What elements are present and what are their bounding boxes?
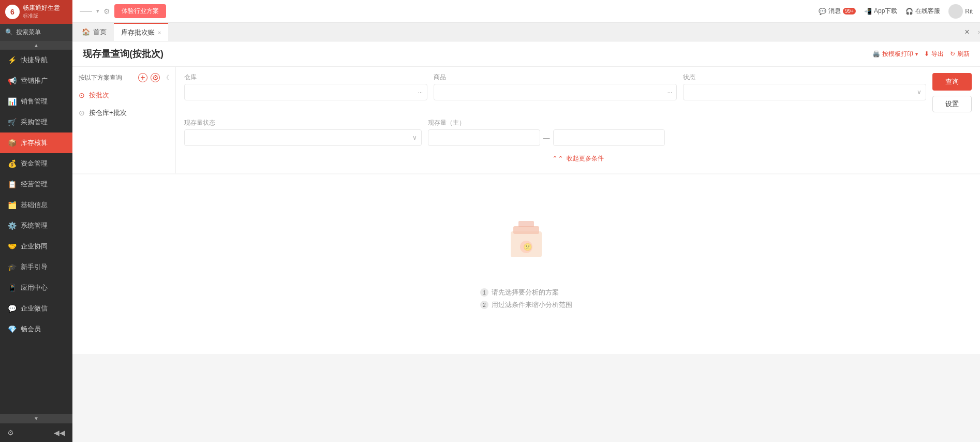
tab-inventory-batch[interactable]: 库存批次账 ×: [114, 23, 168, 41]
newbie-icon: 🎓: [7, 263, 17, 271]
settings-button[interactable]: 设置: [932, 96, 972, 112]
scheme-settings-icon[interactable]: ⚙: [151, 73, 160, 82]
print-icon: 🖨️: [872, 50, 880, 57]
sidebar-item-quick-nav[interactable]: ⚡ 快捷导航: [0, 50, 72, 70]
sidebar-item-newbie[interactable]: 🎓 新手引导: [0, 257, 72, 277]
sidebar-item-wechat[interactable]: 💬 企业微信: [0, 298, 72, 319]
sidebar-item-basics[interactable]: 🗂️ 基础信息: [0, 195, 72, 215]
sidebar-item-purchase[interactable]: 🛒 采购管理: [0, 112, 72, 132]
tab-scroll-right-icon[interactable]: ›: [978, 28, 980, 36]
refresh-btn[interactable]: ↻ 刷新: [950, 50, 970, 58]
sidebar-item-enterprise[interactable]: 🤝 企业协同: [0, 236, 72, 257]
stock-status-field: 现存量状态 ∨: [184, 119, 422, 146]
tip-1-num: 1: [480, 288, 488, 297]
inventory-icon: 📦: [7, 139, 17, 147]
warehouse-more-icon[interactable]: ···: [418, 89, 423, 95]
topbar-right: 💬 消息 99+ 📲 App下载 🎧 在线客服 Rit: [819, 4, 973, 19]
filter-option-by-batch[interactable]: ⊙ 按批次: [72, 86, 175, 104]
sidebar-item-label: 基础信息: [21, 200, 48, 210]
filter-sidebar: 按以下方案查询 + ⚙ 《 ⊙ 按批次 ⊙ 按仓库+批次: [72, 67, 176, 173]
messages-badge: 99+: [843, 8, 856, 14]
sidebar-item-label: 畅会员: [21, 325, 41, 334]
try-industry-btn[interactable]: 体验行业方案: [114, 4, 166, 18]
topbar-gear-icon[interactable]: ⚙: [103, 7, 110, 16]
filter-collapse-icon[interactable]: 《: [163, 73, 169, 82]
sidebar-item-label: 资金管理: [21, 159, 48, 168]
app-download-label: App下载: [874, 7, 897, 16]
sidebar-item-label: 采购管理: [21, 117, 48, 127]
filter-sidebar-title-text: 按以下方案查询: [79, 73, 122, 82]
topbar-dropdown-icon[interactable]: ▾: [96, 8, 99, 14]
user-profile[interactable]: Rit: [948, 4, 973, 19]
collapse-up-icon: ⌃⌃: [552, 155, 563, 163]
empty-tip-2: 2 用过滤条件来缩小分析范围: [480, 300, 572, 310]
status-select[interactable]: ∨: [683, 84, 926, 100]
app-logo: 6: [5, 5, 20, 19]
filter-action-btns: 查询 设置: [932, 73, 972, 112]
filter-option-by-warehouse-batch[interactable]: ⊙ 按仓库+批次: [72, 104, 175, 122]
messages-action[interactable]: 💬 消息 99+: [819, 7, 856, 16]
empty-tips-list: 1 请先选择要分析的方案 2 用过滤条件来缩小分析范围: [480, 288, 572, 313]
empty-tip-1: 1 请先选择要分析的方案: [480, 288, 572, 297]
topbar-breadcrumb: ——: [80, 8, 92, 15]
scroll-up-arrow[interactable]: ▲: [0, 41, 72, 50]
vip-icon: 💎: [7, 325, 17, 333]
product-input[interactable]: ···: [434, 84, 677, 100]
svg-rect-1: [513, 226, 539, 234]
quick-nav-icon: ⚡: [7, 56, 17, 64]
export-btn[interactable]: ⬇ 导出: [924, 50, 944, 58]
sidebar-item-finance[interactable]: 💰 资金管理: [0, 153, 72, 174]
tip-2-num: 2: [480, 301, 488, 309]
sidebar-search[interactable]: 🔍 搜索菜单: [0, 24, 72, 41]
sidebar-item-vip[interactable]: 💎 畅会员: [0, 319, 72, 340]
sidebar-header[interactable]: 6 畅康通好生意 标准版: [0, 0, 72, 24]
export-icon: ⬇: [924, 50, 929, 57]
sidebar-item-label: 库存核算: [21, 138, 48, 148]
filter-panel: 按以下方案查询 + ⚙ 《 ⊙ 按批次 ⊙ 按仓库+批次: [72, 67, 980, 173]
refresh-label: 刷新: [957, 50, 970, 58]
stock-status-select[interactable]: ∨: [184, 129, 422, 146]
warehouse-input[interactable]: ···: [184, 84, 427, 100]
tabbar: 🏠 首页 库存批次账 × × ›: [72, 23, 980, 41]
page-title: 现存量查询(按批次): [83, 48, 164, 60]
warehouse-field: 仓库 ···: [184, 73, 427, 100]
messages-label: 消息: [828, 7, 841, 16]
stock-status-label: 现存量状态: [184, 119, 422, 127]
tab-close-icon[interactable]: ×: [158, 30, 161, 36]
empty-state-icon: 😕: [500, 216, 552, 277]
stock-qty-min-input[interactable]: [428, 129, 540, 146]
download-icon: 📲: [864, 8, 872, 15]
sidebar: 6 畅康通好生意 标准版 🔍 搜索菜单 ▲ ⚡ 快捷导航 📢 营销推广 📊 销售…: [0, 0, 72, 442]
sidebar-item-sales[interactable]: 📊 销售管理: [0, 91, 72, 112]
batch-option-icon: ⊙: [79, 91, 85, 99]
sidebar-item-marketing[interactable]: 📢 营销推广: [0, 70, 72, 91]
print-dropdown-icon: ▾: [915, 51, 918, 57]
svg-rect-2: [518, 221, 534, 227]
stock-qty-max-input[interactable]: [553, 129, 665, 146]
print-btn[interactable]: 🖨️ 按模板打印 ▾: [872, 50, 918, 58]
sidebar-item-apps[interactable]: 📱 应用中心: [0, 277, 72, 298]
sidebar-item-inventory[interactable]: 📦 库存核算: [0, 132, 72, 153]
main-close-icon[interactable]: ×: [958, 27, 975, 37]
sidebar-item-label: 系统管理: [21, 221, 48, 230]
sidebar-item-system[interactable]: ⚙️ 系统管理: [0, 215, 72, 236]
product-more-icon[interactable]: ···: [667, 89, 672, 95]
user-avatar: [948, 4, 963, 19]
sidebar-item-label: 营销推广: [21, 76, 48, 85]
sidebar-item-label: 企业协同: [21, 242, 48, 251]
settings-footer-icon[interactable]: ⚙: [7, 429, 14, 437]
tab-home[interactable]: 🏠 首页: [75, 23, 114, 41]
online-service-action[interactable]: 🎧 在线客服: [905, 7, 940, 16]
collapse-more-btn[interactable]: 收起更多条件: [567, 154, 604, 163]
sidebar-item-operations[interactable]: 📋 经营管理: [0, 174, 72, 195]
filter-sidebar-title: 按以下方案查询 + ⚙ 《: [72, 73, 175, 86]
collapse-sidebar-icon[interactable]: ◀◀: [54, 429, 65, 437]
apps-icon: 📱: [7, 284, 17, 292]
scroll-down-arrow[interactable]: ▼: [0, 414, 72, 423]
empty-svg: 😕: [500, 216, 552, 268]
app-download-action[interactable]: 📲 App下载: [864, 7, 897, 16]
search-icon: 🔍: [5, 28, 13, 36]
system-icon: ⚙️: [7, 222, 17, 230]
query-button[interactable]: 查询: [932, 73, 972, 91]
add-scheme-btn[interactable]: +: [138, 73, 147, 82]
